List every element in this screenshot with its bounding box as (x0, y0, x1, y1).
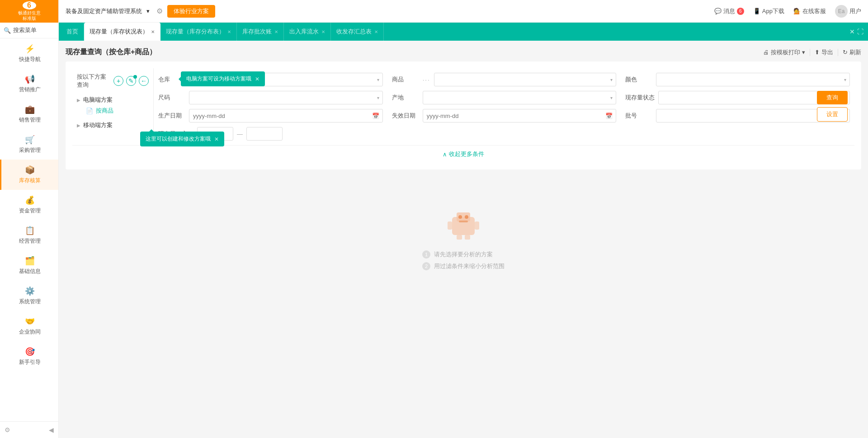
search-button[interactable]: 查询 (817, 91, 848, 104)
tab-inout-flow[interactable]: 出入库流水 ✕ (284, 23, 331, 41)
color-select-wrap: ▾ (656, 73, 850, 86)
sidebar-item-system[interactable]: ⚙️ 系统管理 (0, 281, 58, 311)
reset-button[interactable]: 设置 (817, 107, 848, 122)
refresh-btn[interactable]: ↻ 刷新 (843, 48, 861, 57)
expire-date-start-wrap: 📅 (423, 109, 617, 122)
add-scheme-btn[interactable]: + (113, 76, 123, 86)
page-actions: 🖨 按模板打印 ▾ ⬆ 导出 ↻ 刷新 (763, 48, 861, 57)
message-icon: 💬 (714, 8, 722, 14)
back-scheme-btn[interactable]: ← (139, 76, 149, 86)
sidebar-item-marketing[interactable]: 📢 营销推广 (0, 69, 58, 99)
topbar: 装备及固定资产辅助管理系统 ▾ ⚙ 体验行业方案 💬 消息 6 📱 App下载 … (59, 0, 868, 23)
sidebar-item-sales[interactable]: 💼 销售管理 (0, 99, 58, 129)
content-area: 现存量查询（按仓库+商品） 🖨 按模板打印 ▾ ⬆ 导出 ↻ 刷新 (59, 41, 868, 438)
prod-date-start-input[interactable] (189, 109, 383, 122)
tab-close-receive-summary[interactable]: ✕ (374, 29, 378, 34)
industry-btn[interactable]: 体验行业方案 (167, 5, 215, 18)
form-grid-row4: 现存量（主） — (158, 127, 850, 141)
export-btn[interactable]: ⬆ 导出 (815, 48, 833, 57)
more-conditions-btn[interactable]: ∧ 收起更多条件 (72, 145, 854, 163)
system-selector[interactable]: ▾ (146, 8, 150, 14)
tooltip-scheme: 电脑方案可设为移动方案哦 ✕ (181, 71, 265, 86)
goods-dots[interactable]: ··· (423, 76, 430, 83)
collapse-btn[interactable]: ◀ (49, 426, 54, 433)
form-grid-row3: 生产日期 📅 失效日期 📅 (158, 109, 850, 122)
svg-rect-5 (448, 221, 452, 230)
app-download-btn[interactable]: 📱 App下载 (753, 7, 784, 15)
scheme-tree: ▶ 电脑端方案 📄 按商品 ▶ 移动端方案 (77, 94, 149, 131)
operation-icon: 📋 (25, 226, 35, 235)
mobile-scheme-group[interactable]: ▶ 移动端方案 (77, 120, 149, 131)
tab-close-inout-flow[interactable]: ✕ (321, 29, 325, 34)
color-input[interactable] (656, 73, 850, 86)
marketing-icon: 📢 (25, 74, 35, 84)
settings-btn[interactable]: ⚙ (5, 426, 10, 433)
stock-status-label: 现存量状态 (625, 94, 655, 102)
edit-scheme-btn[interactable]: ✎ (126, 76, 136, 86)
search-icon: 🔍 (4, 27, 11, 34)
app-logo: 6 畅通好生意 标准版 (0, 0, 58, 23)
sidebar-item-operation[interactable]: 📋 经营管理 (0, 220, 58, 250)
tab-close-inventory-status[interactable]: ✕ (151, 29, 155, 34)
origin-row: 产地 ▾ (392, 91, 617, 104)
tab-home[interactable]: 首页 (61, 23, 84, 41)
origin-label: 产地 (392, 94, 419, 102)
divider (810, 49, 810, 56)
message-btn[interactable]: 💬 消息 6 (714, 7, 744, 15)
sidebar-item-quick-nav[interactable]: ⚡ 快捷导航 (0, 38, 58, 69)
expire-date-start-input[interactable] (423, 109, 617, 122)
svg-point-3 (465, 215, 468, 219)
expire-date-row: 失效日期 📅 (392, 109, 617, 122)
size-row: 尺码 ▾ (158, 91, 383, 104)
prod-date-row: 生产日期 📅 (158, 109, 383, 122)
settings-icon[interactable]: ⚙ (156, 7, 163, 15)
sidebar-item-purchase[interactable]: 🛒 采购管理 (0, 129, 58, 160)
tooltip-scheme-close[interactable]: ✕ (255, 76, 259, 82)
svg-rect-8 (465, 235, 470, 240)
tab-expand-icon[interactable]: ⛶ (857, 28, 863, 35)
step-num-1: 1 (422, 250, 430, 259)
batch-label: 批号 (625, 112, 652, 120)
origin-input[interactable] (423, 91, 617, 104)
pc-scheme-item-goods[interactable]: 📄 按商品 (86, 105, 149, 116)
inventory-icon: 📦 (25, 165, 35, 175)
size-input[interactable] (189, 91, 383, 104)
sidebar-item-newbie[interactable]: 🎯 新手引导 (0, 341, 58, 372)
stock-main-end-input[interactable] (246, 127, 283, 141)
online-support-btn[interactable]: 💁 在线客服 (793, 7, 826, 15)
divider2 (838, 49, 838, 56)
pc-item-icon: 📄 (86, 108, 93, 114)
print-icon: 🖨 (763, 49, 769, 56)
page-title: 现存量查询（按仓库+商品） (66, 47, 156, 57)
sidebar-item-basic-info[interactable]: 🗂️ 基础信息 (0, 250, 58, 281)
system-icon: ⚙️ (25, 286, 35, 296)
print-template-btn[interactable]: 🖨 按模板打印 ▾ (763, 48, 805, 57)
tab-inventory-status[interactable]: 现存量（库存状况表） ✕ (84, 23, 160, 41)
svg-rect-4 (459, 221, 468, 222)
tab-receive-summary[interactable]: 收发存汇总表 ✕ (331, 23, 384, 41)
tab-close-inventory-dist[interactable]: ✕ (227, 29, 231, 34)
sales-icon: 💼 (25, 104, 35, 114)
mobile-icon: 📱 (753, 8, 760, 14)
user-area[interactable]: Ea 用户 (835, 5, 861, 18)
sidebar-item-search[interactable]: 🔍 搜索菜单 (0, 23, 58, 38)
sidebar-item-inventory[interactable]: 📦 库存核算 (0, 160, 58, 190)
empty-step-1: 1 请先选择要分析的方案 (422, 249, 505, 260)
export-icon: ⬆ (815, 49, 820, 56)
svg-rect-6 (475, 221, 479, 230)
form-grid-row2: 尺码 ▾ 产地 ▾ (158, 91, 850, 104)
scheme-icons: + ✎ ← (113, 76, 149, 86)
sidebar-item-finance[interactable]: 💰 资金管理 (0, 190, 58, 220)
search-header: 按以下方案查询 + ✎ ← (77, 73, 149, 89)
pc-scheme-group[interactable]: ▶ 电脑端方案 (77, 94, 149, 105)
size-label: 尺码 (158, 94, 185, 102)
tab-batch-ledger[interactable]: 库存批次账 ✕ (237, 23, 284, 41)
message-badge: 6 (737, 8, 744, 15)
sidebar-item-enterprise[interactable]: 🤝 企业协同 (0, 311, 58, 341)
tab-inventory-dist[interactable]: 现存量（库存分布表） ✕ (160, 23, 237, 41)
goods-input[interactable] (434, 73, 617, 86)
tab-close-all-icon[interactable]: ✕ (849, 28, 855, 35)
topbar-right: 💬 消息 6 📱 App下载 💁 在线客服 Ea 用户 (714, 5, 861, 18)
tab-close-batch-ledger[interactable]: ✕ (274, 29, 278, 34)
tooltip-create-close[interactable]: ✕ (214, 136, 219, 142)
